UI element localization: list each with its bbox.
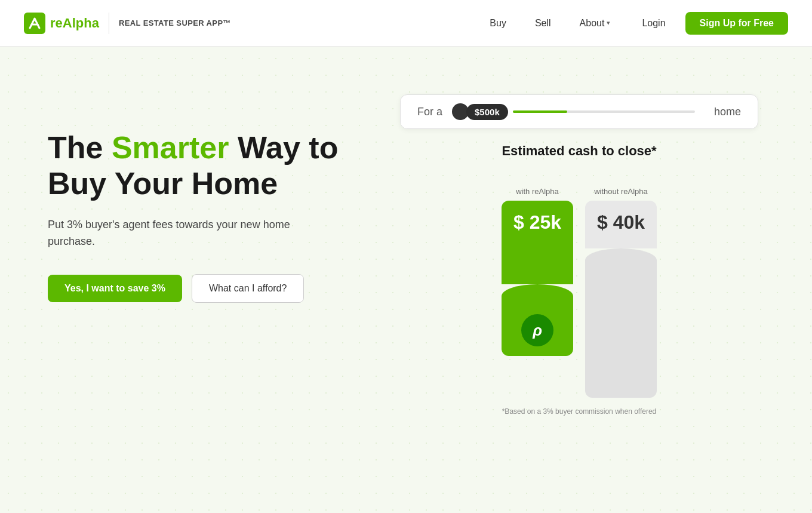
without-realpha-col: without reAlpha $ 40k xyxy=(585,187,657,398)
nav-sell[interactable]: Sell xyxy=(523,13,563,33)
with-realpha-value: $ 25k xyxy=(513,211,561,234)
main-content: The Smarter Way to Buy Your Home Put 3% … xyxy=(0,47,812,416)
realpha-circle-icon: ρ xyxy=(521,314,553,346)
logo-area: reAlpha REAL ESTATE SUPER APP™ xyxy=(24,13,231,34)
nav-about[interactable]: About ▾ xyxy=(568,13,623,33)
with-realpha-label: with reAlpha xyxy=(516,187,559,196)
chart-section: Estimated cash to close* with reAlpha $ … xyxy=(400,143,758,416)
green-bar-bottom: ρ xyxy=(502,284,573,356)
nav-signup-button[interactable]: Sign Up for Free xyxy=(685,12,788,35)
slider-track-filled xyxy=(513,110,568,113)
hero-title: The Smarter Way to Buy Your Home xyxy=(48,130,358,202)
affordability-button[interactable]: What can I afford? xyxy=(192,274,304,303)
without-realpha-value: $ 40k xyxy=(597,211,645,234)
slider-track[interactable] xyxy=(513,110,695,113)
realpha-logo-icon xyxy=(24,13,45,34)
chart-columns: with reAlpha $ 25k ρ without xyxy=(400,171,758,398)
nav-tagline: REAL ESTATE SUPER APP™ xyxy=(119,19,231,27)
with-realpha-col: with reAlpha $ 25k ρ xyxy=(502,187,573,398)
slider-suffix-label: home xyxy=(714,106,741,118)
slider-value-bubble: $500k xyxy=(466,104,508,120)
nav-divider xyxy=(109,13,109,34)
chart-title: Estimated cash to close* xyxy=(400,143,758,159)
gray-bar-top: $ 40k xyxy=(585,201,657,248)
logo-text: reAlpha xyxy=(50,16,99,31)
chevron-down-icon: ▾ xyxy=(607,19,610,27)
slider-prefix-label: For a xyxy=(417,106,442,118)
green-bar-top: $ 25k xyxy=(502,201,573,284)
logo: reAlpha xyxy=(24,13,99,34)
gray-bar-bottom xyxy=(585,248,657,398)
nav-links: Buy Sell About ▾ Login Sign Up for Free xyxy=(478,12,788,35)
hero-buttons: Yes, I want to save 3% What can I afford… xyxy=(48,274,358,303)
nav-buy[interactable]: Buy xyxy=(478,13,518,33)
without-realpha-label: without reAlpha xyxy=(594,187,648,196)
slider-container[interactable]: $500k xyxy=(452,103,695,120)
nav-login-button[interactable]: Login xyxy=(627,13,680,34)
save-3-percent-button[interactable]: Yes, I want to save 3% xyxy=(48,275,182,302)
home-price-slider-widget: For a $500k home xyxy=(400,94,758,129)
svg-rect-0 xyxy=(24,13,45,34)
right-panel: For a $500k home Estimated cash to close… xyxy=(394,94,764,416)
hero-subtitle: Put 3% buyer's agent fees towards your n… xyxy=(48,216,310,251)
hero-section: The Smarter Way to Buy Your Home Put 3% … xyxy=(48,94,358,303)
chart-disclaimer: *Based on a 3% buyer commission when off… xyxy=(400,407,758,416)
navbar: reAlpha REAL ESTATE SUPER APP™ Buy Sell … xyxy=(0,0,812,47)
